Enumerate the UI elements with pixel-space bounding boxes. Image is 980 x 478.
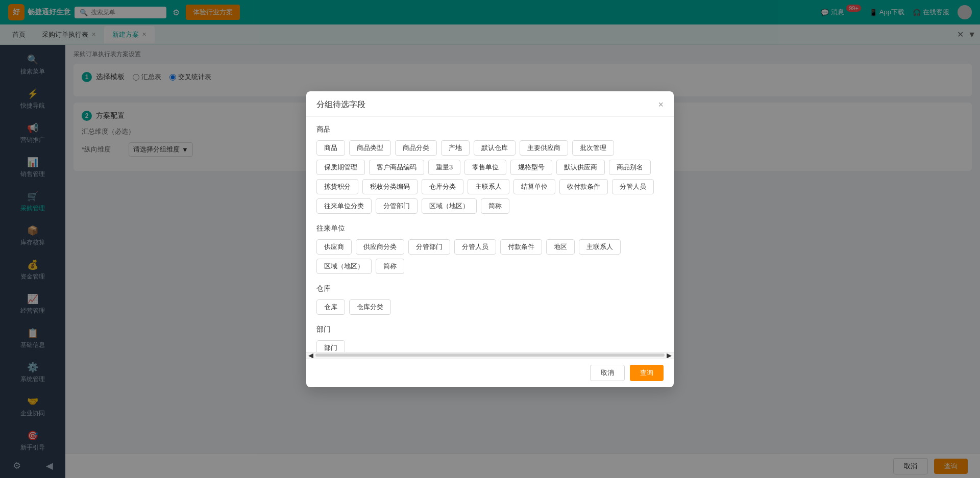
field-tag[interactable]: 主联系人 xyxy=(579,239,621,255)
dialog-title: 分组待选字段 xyxy=(316,99,365,110)
field-group-往来单位: 往来单位供应商供应商分类分管部门分管人员付款条件地区主联系人区域（地区）简称 xyxy=(316,224,664,274)
field-tag[interactable]: 分管部门 xyxy=(408,239,450,255)
dialog-header: 分组待选字段 × xyxy=(306,91,674,117)
field-tags: 仓库仓库分类 xyxy=(316,299,664,315)
field-tag[interactable]: 零售单位 xyxy=(464,160,506,175)
field-tag[interactable]: 简称 xyxy=(376,259,404,274)
overlay: 分组待选字段 × 商品商品商品类型商品分类产地默认仓库主要供应商批次管理保质期管… xyxy=(0,0,980,478)
field-group-商品: 商品商品商品类型商品分类产地默认仓库主要供应商批次管理保质期管理客户商品编码重量… xyxy=(316,125,664,214)
dialog: 分组待选字段 × 商品商品商品类型商品分类产地默认仓库主要供应商批次管理保质期管… xyxy=(306,91,674,387)
field-tag[interactable]: 供应商分类 xyxy=(356,239,404,255)
field-tag[interactable]: 分管部门 xyxy=(376,198,418,214)
field-tag[interactable]: 地区 xyxy=(546,239,575,255)
field-tag[interactable]: 拣货积分 xyxy=(316,179,358,194)
confirm-btn[interactable]: 查询 xyxy=(630,365,664,381)
field-tag[interactable]: 商品类型 xyxy=(349,140,391,156)
field-tags: 供应商供应商分类分管部门分管人员付款条件地区主联系人区域（地区）简称 xyxy=(316,239,664,274)
field-tag[interactable]: 商品 xyxy=(316,140,345,156)
field-group-title: 部门 xyxy=(316,325,664,334)
field-tag[interactable]: 税收分类编码 xyxy=(362,179,418,194)
field-tag[interactable]: 往来单位分类 xyxy=(316,198,372,214)
field-tag[interactable]: 仓库 xyxy=(316,299,345,315)
field-group-title: 商品 xyxy=(316,125,664,134)
field-tag[interactable]: 收付款条件 xyxy=(559,179,608,194)
field-tag[interactable]: 供应商 xyxy=(316,239,352,255)
field-tag[interactable]: 默认供应商 xyxy=(556,160,605,175)
field-tag[interactable]: 付款条件 xyxy=(500,239,542,255)
field-tag[interactable]: 客户商品编码 xyxy=(369,160,424,175)
field-tag[interactable]: 分管人员 xyxy=(454,239,496,255)
field-tag[interactable]: 仓库分类 xyxy=(422,179,463,194)
field-tag[interactable]: 部门 xyxy=(316,340,345,352)
field-tag[interactable]: 分管人员 xyxy=(612,179,654,194)
field-group-title: 往来单位 xyxy=(316,224,664,233)
field-tags: 商品商品类型商品分类产地默认仓库主要供应商批次管理保质期管理客户商品编码重量3零… xyxy=(316,140,664,214)
field-tag[interactable]: 简称 xyxy=(481,198,509,214)
field-tag[interactable]: 默认仓库 xyxy=(474,140,516,156)
field-group-部门: 部门部门 xyxy=(316,325,664,352)
field-tag[interactable]: 批次管理 xyxy=(572,140,614,156)
field-tag[interactable]: 结算单位 xyxy=(513,179,555,194)
field-tag[interactable]: 重量3 xyxy=(428,160,460,175)
field-tag[interactable]: 规格型号 xyxy=(510,160,552,175)
field-tag[interactable]: 商品分类 xyxy=(395,140,437,156)
field-tag[interactable]: 区域（地区） xyxy=(422,198,477,214)
field-tag[interactable]: 保质期管理 xyxy=(316,160,365,175)
field-tag[interactable]: 仓库分类 xyxy=(349,299,391,315)
hscroll-bar[interactable] xyxy=(315,354,665,357)
cancel-btn[interactable]: 取消 xyxy=(590,365,625,381)
field-tag[interactable]: 产地 xyxy=(441,140,470,156)
field-tag[interactable]: 商品别名 xyxy=(609,160,651,175)
dialog-close-btn[interactable]: × xyxy=(658,100,664,109)
field-tag[interactable]: 区域（地区） xyxy=(316,259,372,274)
dialog-body: 商品商品商品类型商品分类产地默认仓库主要供应商批次管理保质期管理客户商品编码重量… xyxy=(306,117,674,352)
field-tag[interactable]: 主要供应商 xyxy=(520,140,568,156)
field-tags: 部门 xyxy=(316,340,664,352)
field-group-title: 仓库 xyxy=(316,284,664,293)
dialog-footer: 取消 查询 xyxy=(306,358,674,387)
field-group-仓库: 仓库仓库仓库分类 xyxy=(316,284,664,315)
field-tag[interactable]: 主联系人 xyxy=(468,179,509,194)
dialog-hscroll[interactable]: ◀ ▶ xyxy=(306,352,674,358)
